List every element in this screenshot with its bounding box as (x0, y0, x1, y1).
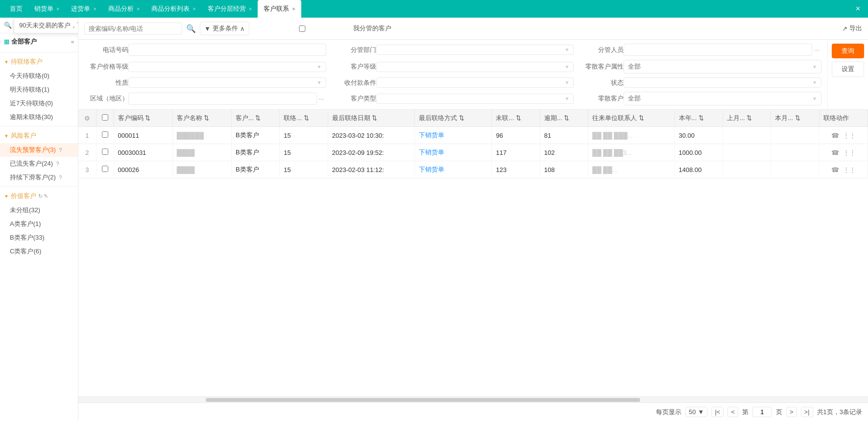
col-no-contact[interactable]: 未联... ⇅ (492, 110, 540, 127)
window-close-button[interactable]: × (852, 4, 864, 13)
filter-retail-attr: 零散客户属性 全部 ▼ (579, 60, 821, 74)
col-last-date[interactable]: 最后联络日期 ⇅ (328, 110, 414, 127)
question-icon[interactable]: ? (56, 161, 59, 167)
scrollbar-thumb[interactable] (206, 398, 640, 402)
retail-customer-select[interactable]: 全部 ▼ (624, 92, 821, 105)
all-customers-header[interactable]: ⊞ 全部客户 « (0, 33, 78, 50)
sidebar-item-7days[interactable]: 近7天待联络(0) (0, 97, 78, 110)
sidebar-section-value[interactable]: ▼ 价值客户 ↻ ✎ (0, 189, 78, 203)
sidebar-item-tomorrow[interactable]: 明天待联络(1) (0, 83, 78, 97)
row-select-checkbox[interactable] (102, 149, 108, 155)
close-icon[interactable]: × (292, 6, 295, 12)
person-input[interactable] (624, 44, 812, 56)
nav-customer-tier[interactable]: 客户分层经营 × (202, 0, 258, 18)
sidebar-item-declining[interactable]: 持续下滑客户(2) ? (0, 171, 78, 184)
customer-type-select[interactable]: ▼ (376, 94, 574, 104)
sidebar-item-class-a[interactable]: A类客户(1) (0, 217, 78, 231)
sidebar-section-risk[interactable]: ▼ 风险客户 (0, 128, 78, 143)
nav-home[interactable]: 首页 (4, 0, 28, 18)
nav-product-analysis[interactable]: 商品分析 × (102, 0, 145, 18)
horizontal-scrollbar[interactable] (78, 396, 868, 402)
page-number-input[interactable] (752, 407, 772, 417)
col-this-month[interactable]: 本月... ⇅ (771, 110, 819, 127)
close-icon[interactable]: × (137, 6, 140, 12)
first-page-button[interactable]: |< (711, 407, 723, 417)
sidebar-item-today[interactable]: 今天待联络(0) (0, 69, 78, 83)
export-icon: ↗ (842, 25, 847, 32)
col-type[interactable]: 客户... ⇅ (231, 110, 279, 127)
col-code[interactable]: 客户编码 ⇅ (114, 110, 172, 127)
contact-icon[interactable]: ☎ (831, 149, 839, 156)
phone-input[interactable] (128, 44, 326, 56)
sidebar-item-ungrouped[interactable]: 未分组(32) (0, 203, 78, 217)
search-input[interactable] (84, 23, 182, 35)
row-last-contact-method[interactable]: 下销货单 (414, 161, 492, 178)
sidebar-item-class-b[interactable]: B类客户(33) (0, 231, 78, 245)
col-settings[interactable]: ⚙ (78, 110, 96, 127)
more-action-icon[interactable]: ⋮⋮ (843, 149, 856, 156)
col-overdue[interactable]: 逾期... ⇅ (540, 110, 588, 127)
col-name[interactable]: 客户名称 ⇅ (172, 110, 231, 127)
row-last-contact-method[interactable]: 下销货单 (414, 144, 492, 161)
contact-icon[interactable]: ☎ (831, 132, 839, 139)
per-page-select[interactable]: 50 ▼ (685, 407, 707, 417)
my-customers-checkbox-label[interactable]: 我分管的客户 (253, 24, 391, 33)
refresh-icon[interactable]: ↻ (38, 193, 43, 199)
more-icon[interactable]: ··· (317, 93, 326, 104)
sidebar-item-class-c[interactable]: C类客户(6) (0, 245, 78, 258)
nav-product-analysis-list[interactable]: 商品分析列表 × (145, 0, 201, 18)
row-checkbox[interactable] (96, 144, 114, 161)
next-page-button[interactable]: > (786, 407, 797, 417)
more-action-icon[interactable]: ⋮⋮ (843, 166, 856, 173)
close-icon[interactable]: × (93, 6, 96, 12)
my-customers-checkbox[interactable] (253, 25, 351, 32)
col-last-month[interactable]: 上月... ⇅ (723, 110, 771, 127)
retail-attr-select[interactable]: 全部 ▼ (624, 60, 821, 74)
select-all-checkbox[interactable] (102, 114, 108, 121)
nav-purchase-order[interactable]: 进货单 × (65, 0, 102, 18)
col-contact-count[interactable]: 联络... ⇅ (280, 110, 328, 127)
close-icon[interactable]: × (249, 6, 252, 12)
prev-page-button[interactable]: < (727, 407, 738, 417)
last-page-button[interactable]: >| (801, 407, 813, 417)
col-unit-contact[interactable]: 往来单位联系人 ⇅ (588, 110, 675, 127)
nav-sales-order[interactable]: 销货单 × (28, 0, 65, 18)
settings-button[interactable]: 设置 (832, 61, 864, 77)
row-action-icons[interactable]: ☎ ⋮⋮ (819, 127, 868, 144)
nav-customer-contact[interactable]: 客户联系 × (258, 0, 301, 18)
status-select[interactable]: ▼ (624, 77, 821, 88)
collapse-icon[interactable]: « (71, 39, 74, 45)
search-button[interactable]: 🔍 (186, 24, 196, 33)
more-action-icon[interactable]: ⋮⋮ (843, 132, 856, 139)
export-button[interactable]: ↗ 导出 (842, 24, 862, 33)
question-icon[interactable]: ? (59, 147, 62, 153)
row-select-checkbox[interactable] (102, 131, 108, 138)
row-last-contact-method[interactable]: 下销货单 (414, 127, 492, 144)
row-action-icons[interactable]: ☎ ⋮⋮ (819, 144, 868, 161)
nature-select[interactable]: ▼ (128, 77, 326, 88)
settings-icon[interactable]: ⚙ (84, 115, 90, 122)
sidebar-item-churn-warning[interactable]: 流失预警客户(3) ? (0, 143, 78, 157)
price-level-select[interactable]: ▼ (128, 62, 326, 72)
col-this-year[interactable]: 本年... ⇅ (675, 110, 723, 127)
payment-select[interactable]: ▼ (376, 77, 574, 88)
query-button[interactable]: 查询 (832, 44, 864, 58)
row-action-icons[interactable]: ☎ ⋮⋮ (819, 161, 868, 178)
sidebar-section-pending[interactable]: ▼ 待联络客户 (0, 54, 78, 69)
row-checkbox[interactable] (96, 127, 114, 144)
close-icon[interactable]: × (193, 6, 195, 12)
row-checkbox[interactable] (96, 161, 114, 178)
dept-select[interactable]: ▼ (376, 45, 574, 55)
col-last-method[interactable]: 最后联络方式 ⇅ (414, 110, 492, 127)
question-icon[interactable]: ? (59, 174, 62, 180)
close-icon[interactable]: × (56, 6, 59, 12)
row-select-checkbox[interactable] (102, 166, 108, 172)
more-icon[interactable]: ··· (812, 44, 821, 55)
sidebar-item-overdue[interactable]: 逾期未联络(30) (0, 110, 78, 124)
contact-icon[interactable]: ☎ (831, 166, 839, 173)
edit-icon[interactable]: ✎ (44, 193, 48, 199)
more-conditions-button[interactable]: ▼ 更多条件 ∧ (200, 22, 249, 35)
customer-level-select[interactable]: ▼ (376, 62, 574, 72)
sidebar-item-churned[interactable]: 已流失客户(24) ? (0, 157, 78, 171)
region-input[interactable] (128, 93, 317, 105)
